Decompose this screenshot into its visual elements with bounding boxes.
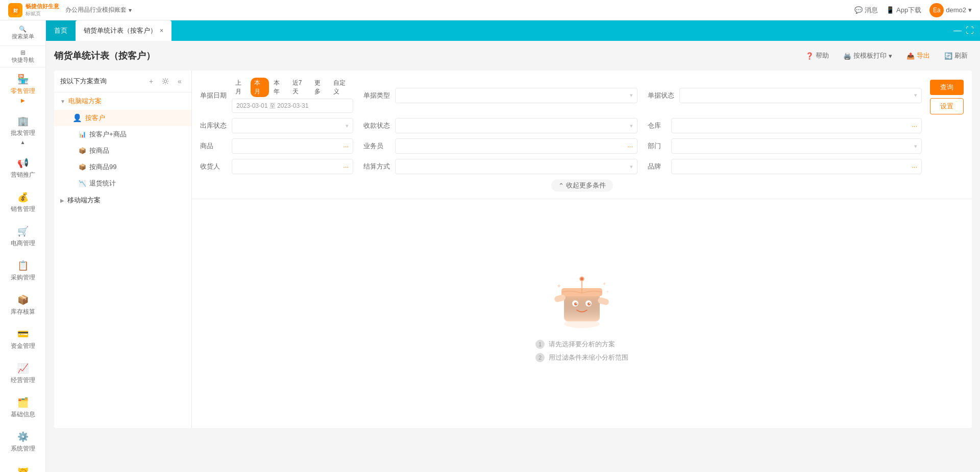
tab-minimize-button[interactable]: — [953,26,962,35]
warehouse-input[interactable]: ··· [671,118,922,133]
date-range-value: 2023-03-01 至 2023-03-31 [236,102,308,110]
sales-icon: 💰 [17,192,29,203]
scheme-sub-item-label2: 按商品 [89,146,109,155]
brand-label: 品牌 [648,162,668,171]
sidebar: 🔍 搜索菜单 ⊞ 快捷导航 🏪 零售管理 ▶ 🏢 批发管理 ▲ 📢 营销推广 [0,20,46,472]
date-tabs: 上月 本月 本年 近7天 更多 自定义 [232,78,353,97]
tab-maximize-button[interactable]: ⛶ [966,26,974,35]
date-tab-custom[interactable]: 自定义 [330,78,353,97]
print-chevron-icon: ▾ [889,52,892,60]
date-filter-control: 上月 本月 本年 近7天 更多 自定义 [232,78,353,113]
app-selector[interactable]: 办公用品行业模拟账套 ▾ [65,6,132,14]
svg-point-17 [580,277,583,280]
page-header: 销货单统计表（按客户） ❓ 帮助 🖨️ 按模板打印 ▾ [54,49,972,62]
salesperson-input[interactable]: ··· [395,138,638,154]
retail-icon: 🏪 [17,74,29,85]
content-area: 销货单统计表（按客户） ❓ 帮助 🖨️ 按模板打印 ▾ [46,41,980,472]
dropdown-icon: ▾ [630,92,633,99]
date-tab-this-year[interactable]: 本年 [270,78,288,97]
help-icon: ❓ [805,52,814,60]
salesperson-filter: 业务员 ··· [363,138,638,154]
main-panel: 按以下方案查询 + « [54,70,972,428]
sidebar-item-finance[interactable]: 💳 资金管理 [0,322,45,357]
payment-status-filter: 收款状态 ▾ [363,118,638,133]
order-type-input[interactable]: ▾ [395,88,638,103]
sidebar-item-retail[interactable]: 🏪 零售管理 ▶ [0,67,45,109]
main-content-wrapper: 首页 销货单统计表（按客户） × — ⛶ 销货单统计表（按客户） [46,20,980,472]
scheme-group-mobile-header[interactable]: ▶ 移动端方案 [54,192,191,209]
sidebar-item-purchase[interactable]: 📋 采购管理 [0,254,45,288]
empty-illustration: ✦ ✦ ✦ [549,265,615,332]
system-icon: ⚙️ [17,431,29,442]
user-chevron-icon: ▾ [968,6,972,14]
setting-button[interactable]: 设置 [930,98,964,114]
scheme-collapse-button[interactable]: « [174,76,185,87]
date-tab-last-month[interactable]: 上月 [232,78,250,97]
collapse-button[interactable]: ⌃ 收起更多条件 [551,179,613,192]
goods-filter: 商品 ··· [200,138,353,154]
ship-status-input[interactable]: ▾ [232,118,353,133]
scheme-header: 按以下方案查询 + « [54,70,191,92]
order-status-input[interactable]: ▾ [679,88,922,103]
department-filter: 部门 ▾ [648,138,922,154]
finance-icon: 💳 [17,328,29,340]
scheme-item-by-goods[interactable]: 📦 按商品 [54,143,191,159]
date-tab-7days[interactable]: 近7天 [289,78,310,97]
message-icon: 💬 [854,6,863,14]
sidebar-item-sales[interactable]: 💰 销售管理 [0,185,45,220]
scheme-add-button[interactable]: + [145,76,157,87]
department-label: 部门 [648,141,668,151]
scheme-item-return-stats[interactable]: 📉 退货统计 [54,175,191,192]
scheme-item-by-goods99[interactable]: 📦 按商品99 [54,159,191,175]
sidebar-item-wholesale[interactable]: 🏢 批发管理 ▲ [0,109,45,151]
svg-point-9 [574,302,577,305]
tab-bar-actions: — ⛶ [947,26,980,35]
date-range-input[interactable]: 2023-03-01 至 2023-03-31 [232,99,353,113]
sidebar-item-operations[interactable]: 📈 经营管理 [0,357,45,391]
brand-input[interactable]: ··· [671,159,922,174]
refresh-icon: 🔄 [944,52,952,60]
home-tab[interactable]: 首页 [46,20,76,41]
active-tab[interactable]: 销货单统计表（按客户） × [76,20,172,41]
export-button[interactable]: 📤 导出 [902,49,934,62]
sidebar-item-marketing[interactable]: 📢 营销推广 [0,151,45,185]
empty-state: ✦ ✦ ✦ [192,199,972,428]
scheme-item-by-customer[interactable]: 👤 按客户 [54,110,191,126]
date-filter-item: 单据日期 上月 本月 本年 近7天 [200,78,353,113]
sidebar-item-base[interactable]: 🗂️ 基础信息 [0,391,45,425]
scheme-item-customer-goods[interactable]: 📊 按客户+商品 [54,126,191,143]
settlement-input[interactable]: ▾ [395,159,638,174]
date-tab-more[interactable]: 更多 [311,78,329,97]
payment-status-input[interactable]: ▾ [395,118,638,133]
right-panel: 单据日期 上月 本月 本年 近7天 [192,70,972,428]
sidebar-item-ecommerce[interactable]: 🛒 电商管理 [0,220,45,254]
dropdown-icon3: ▾ [346,123,349,129]
user-menu[interactable]: Ea demo2 ▾ [929,3,972,17]
sidebar-search[interactable]: 🔍 搜索菜单 [0,20,45,46]
tab-close-button[interactable]: × [160,27,163,34]
scheme-sub-item-label: 按客户+商品 [89,130,127,139]
scheme-header-actions: + « [145,76,185,87]
date-tab-this-month[interactable]: 本月 [251,78,268,97]
department-input[interactable]: ▾ [671,138,922,154]
sidebar-item-inventory[interactable]: 📦 库存核算 [0,288,45,322]
export-icon: 📤 [906,52,915,60]
refresh-button[interactable]: 🔄 刷新 [940,49,972,62]
sidebar-item-system[interactable]: ⚙️ 系统管理 [0,425,45,459]
query-button[interactable]: 查询 [930,80,964,95]
svg-text:财: 财 [13,8,18,13]
scheme-settings-button[interactable] [160,76,171,87]
goods-input[interactable]: ··· [232,138,353,154]
message-button[interactable]: 💬 消息 [854,6,878,15]
svg-point-11 [576,303,577,304]
app-download-button[interactable]: 📱 App下载 [886,6,921,15]
logo-text: 畅捷信好生意 标赋页 [26,3,59,17]
dropdown-icon2: ▾ [914,92,917,99]
sidebar-item-enterprise[interactable]: 🤝 企业协同 [0,459,45,472]
app-selector-label: 办公用品行业模拟账套 [65,6,127,14]
print-button[interactable]: 🖨️ 按模板打印 ▾ [839,49,896,62]
scheme-group-desktop-header[interactable]: ▼ 电脑端方案 [54,92,191,110]
help-button[interactable]: ❓ 帮助 [801,49,833,62]
receiver-input[interactable]: ··· [232,159,353,174]
sidebar-quick-nav[interactable]: ⊞ 快捷导航 [0,46,45,67]
